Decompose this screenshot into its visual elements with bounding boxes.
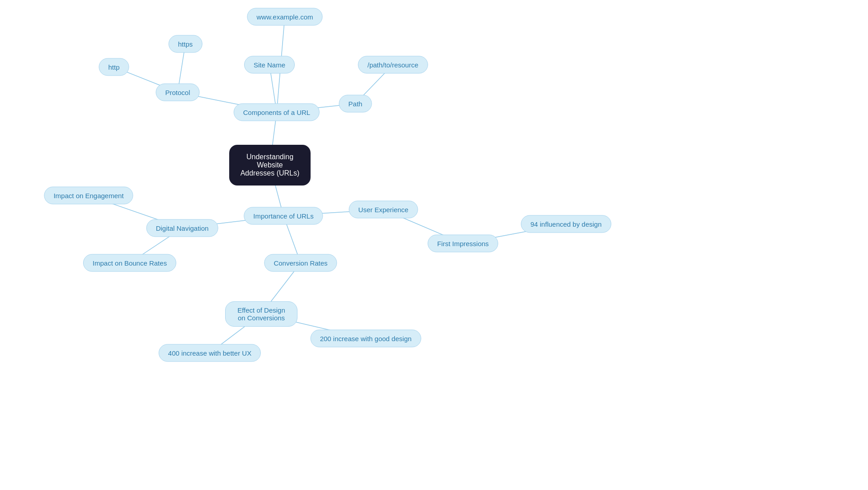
node-bouncerate: Impact on Bounce Rates [83,254,176,272]
node-root: Understanding Website Addresses (URLs) [229,145,311,186]
node-protocol: Protocol [156,84,199,101]
node-firstimp: First Impressions [428,235,498,252]
node-digitalnav: Digital Navigation [146,219,218,237]
node-convrates: Conversion Rates [264,254,337,272]
node-increase400: 400 increase with better UX [159,344,261,362]
node-effectdesign: Effect of Design on Conversions [225,301,297,327]
node-components: Components of a URL [234,104,320,121]
node-influenced: 94 influenced by design [521,215,611,233]
node-engagement: Impact on Engagement [44,187,133,205]
node-www: www.example.com [247,8,322,26]
node-path: Path [339,95,372,113]
node-http: http [99,58,129,76]
node-pathresource: /path/to/resource [358,56,428,74]
node-increase200: 200 increase with good design [311,330,421,347]
node-importance: Importance of URLs [244,207,323,225]
mind-map: Understanding Website Addresses (URLs)Co… [0,0,868,490]
node-https: https [169,35,203,53]
node-sitename: Site Name [244,56,295,74]
node-userexp: User Experience [349,201,418,219]
